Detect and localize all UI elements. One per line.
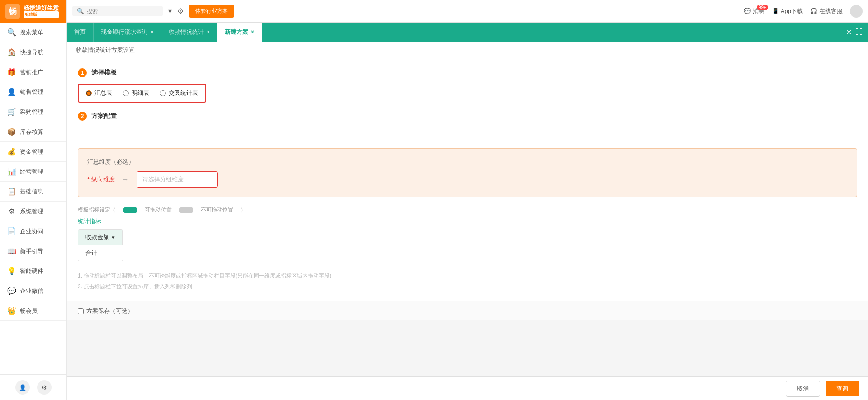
sidebar-item-search[interactable]: 🔍 搜索菜单 — [0, 23, 66, 42]
radio-mingxi-input[interactable] — [123, 90, 129, 96]
gear-icon: ⚙ — [7, 207, 16, 216]
tab-minimize-icon[interactable]: ✕ — [846, 28, 852, 37]
topbar: 🔍 ▾ ⚙ 体验行业方案 💬 消息 99+ 📱 App下载 🎧 在线客服 — [67, 0, 868, 23]
sidebar-bottom-icon2[interactable]: ⚙ — [37, 380, 52, 395]
dropdown-icon[interactable]: ▾ — [168, 7, 172, 15]
content-area: 收款情况统计方案设置 1 选择模板 汇总表 — [67, 42, 868, 376]
main-area: 🔍 ▾ ⚙ 体验行业方案 💬 消息 99+ 📱 App下载 🎧 在线客服 — [67, 0, 868, 400]
sidebar-item-label: 企业微信 — [20, 287, 43, 295]
radio-huizong-input[interactable] — [86, 90, 92, 96]
tab-expand-icon[interactable]: ⛶ — [855, 28, 863, 36]
dimension-label: 汇总维度（必选） — [87, 158, 848, 166]
step1-content: 汇总表 明细表 交叉统计表 — [78, 84, 857, 103]
sidebar-item-label: 销售管理 — [20, 88, 43, 96]
dimension-selector[interactable]: 请选择分组维度 — [137, 171, 218, 188]
radio-huizong[interactable]: 汇总表 — [86, 89, 112, 97]
save-checkbox-label[interactable]: 方案保存（可选） — [78, 307, 133, 315]
cancel-button[interactable]: 取消 — [786, 381, 820, 397]
step1-title: 选择模板 — [91, 69, 117, 77]
search-icon: 🔍 — [7, 28, 16, 37]
sidebar-item-label: 快捷导航 — [20, 48, 43, 56]
sidebar-bottom: 👤 ⚙ — [0, 374, 66, 400]
dimension-row: * 纵向维度 → 请选择分组维度 — [87, 171, 848, 188]
sidebar-item-guide[interactable]: 📖 新手引导 — [0, 241, 66, 261]
support-item[interactable]: 🎧 在线客服 — [810, 7, 843, 15]
list-icon: 📋 — [7, 187, 16, 196]
tab-home-label: 首页 — [74, 28, 86, 36]
sidebar-item-collab[interactable]: 📄 企业协同 — [0, 221, 66, 241]
sidebar-item-basic[interactable]: 📋 基础信息 — [0, 182, 66, 202]
tips-section: 1. 拖动标题栏可以调整布局，不可跨维度或指标区域拖动栏目字段(只能在同一维度或… — [78, 270, 857, 292]
metrics-header-cell[interactable]: 收款金额 ▾ — [78, 230, 123, 245]
vertical-dimension-label: * 纵向维度 — [87, 175, 115, 184]
tab-home[interactable]: 首页 — [67, 23, 94, 42]
sidebar-item-member[interactable]: 👑 畅会员 — [0, 301, 66, 321]
sidebar-item-weixin[interactable]: 💬 企业微信 — [0, 281, 66, 301]
sidebar: 畅 畅捷通好生意 标准版 🔍 搜索菜单 🏠 快捷导航 🎁 营销推广 👤 销售管理… — [0, 0, 67, 400]
radio-jiaocha[interactable]: 交叉统计表 — [160, 89, 198, 97]
radio-mingxi[interactable]: 明细表 — [123, 89, 149, 97]
cart-icon: 🛒 — [7, 108, 16, 116]
sidebar-item-inventory[interactable]: 📦 库存核算 — [0, 122, 66, 142]
settings-icon[interactable]: ⚙ — [177, 7, 184, 15]
trial-button[interactable]: 体验行业方案 — [189, 5, 234, 18]
metrics-column: 收款金额 ▾ 合计 — [78, 230, 123, 261]
template-radio-group: 汇总表 明细表 交叉统计表 — [78, 84, 206, 103]
sidebar-item-label: 营销推广 — [20, 68, 43, 76]
tab-bank[interactable]: 现金银行流水查询 × — [94, 23, 161, 42]
search-icon: 🔍 — [77, 8, 84, 14]
chat-icon: 💬 — [7, 287, 16, 295]
notification-item[interactable]: 💬 消息 99+ — [744, 7, 764, 15]
tab-newplan[interactable]: 新建方案 × — [217, 23, 262, 42]
user-avatar[interactable] — [850, 5, 863, 18]
nodrag-label: 不可拖动位置 — [201, 206, 233, 214]
sidebar-item-sales[interactable]: 👤 销售管理 — [0, 82, 66, 102]
tab-bank-close[interactable]: × — [151, 29, 154, 35]
save-checkbox-text: 方案保存（可选） — [86, 307, 133, 315]
home-icon: 🏠 — [7, 48, 16, 56]
sidebar-item-label: 系统管理 — [20, 207, 43, 216]
sidebar-item-finance[interactable]: 💰 资金管理 — [0, 142, 66, 162]
sidebar-item-label: 畅会员 — [20, 307, 38, 315]
sidebar-item-quicknav[interactable]: 🏠 快捷导航 — [0, 42, 66, 62]
dimension-area: 汇总维度（必选） * 纵向维度 → 请选择分组维度 — [78, 148, 857, 197]
form-container: 1 选择模板 汇总表 明细表 — [67, 59, 868, 139]
step1-header: 1 选择模板 — [78, 68, 857, 77]
dropdown-arrow-icon: ▾ — [112, 234, 115, 241]
tip1-text: 1. 拖动标题栏可以调整布局，不可跨维度或指标区域拖动栏目字段(只能在同一维度或… — [78, 270, 857, 281]
logo-icon: 畅 — [5, 4, 20, 19]
doc-icon: 📄 — [7, 227, 16, 235]
sidebar-item-marketing[interactable]: 🎁 营销推广 — [0, 62, 66, 82]
step2-section: 2 方案配置 — [78, 112, 857, 121]
tab-collection-close[interactable]: × — [207, 29, 210, 35]
metrics-indicator-end: ） — [241, 206, 246, 214]
step2-header: 2 方案配置 — [78, 112, 857, 121]
search-input[interactable] — [87, 8, 150, 14]
breadcrumb: 收款情况统计方案设置 — [67, 42, 868, 59]
sidebar-item-hardware[interactable]: 💡 智能硬件 — [0, 261, 66, 281]
tab-collection[interactable]: 收款情况统计 × — [161, 23, 217, 42]
notification-badge: 99+ — [757, 5, 768, 10]
radio-jiaocha-input[interactable] — [160, 90, 166, 96]
download-item[interactable]: 📱 App下载 — [772, 7, 803, 15]
save-checkbox-input[interactable] — [78, 308, 84, 314]
radio-huizong-label: 汇总表 — [94, 89, 112, 97]
sidebar-logo: 畅 畅捷通好生意 标准版 — [0, 0, 66, 23]
sidebar-item-label: 基础信息 — [20, 188, 43, 196]
sidebar-bottom-icon1[interactable]: 👤 — [15, 380, 30, 395]
tab-newplan-close[interactable]: × — [251, 29, 254, 35]
sidebar-item-label: 新手引导 — [20, 247, 43, 255]
metrics-title: 统计指标 — [78, 217, 857, 226]
tab-collection-label: 收款情况统计 — [169, 28, 204, 36]
sidebar-item-purchase[interactable]: 🛒 采购管理 — [0, 102, 66, 122]
topbar-search-box[interactable]: 🔍 — [72, 6, 163, 16]
sidebar-item-label: 资金管理 — [20, 148, 43, 156]
money-icon: 💰 — [7, 147, 16, 156]
sidebar-item-operations[interactable]: 📊 经营管理 — [0, 162, 66, 182]
drag-indicator — [123, 207, 137, 213]
tip2-text: 2. 点击标题栏下拉可设置排序、插入列和删除列 — [78, 281, 857, 292]
query-button[interactable]: 查询 — [826, 381, 859, 396]
radio-jiaocha-label: 交叉统计表 — [169, 89, 198, 97]
logo-text: 畅捷通好生意 — [24, 5, 59, 12]
sidebar-item-system[interactable]: ⚙ 系统管理 — [0, 202, 66, 221]
